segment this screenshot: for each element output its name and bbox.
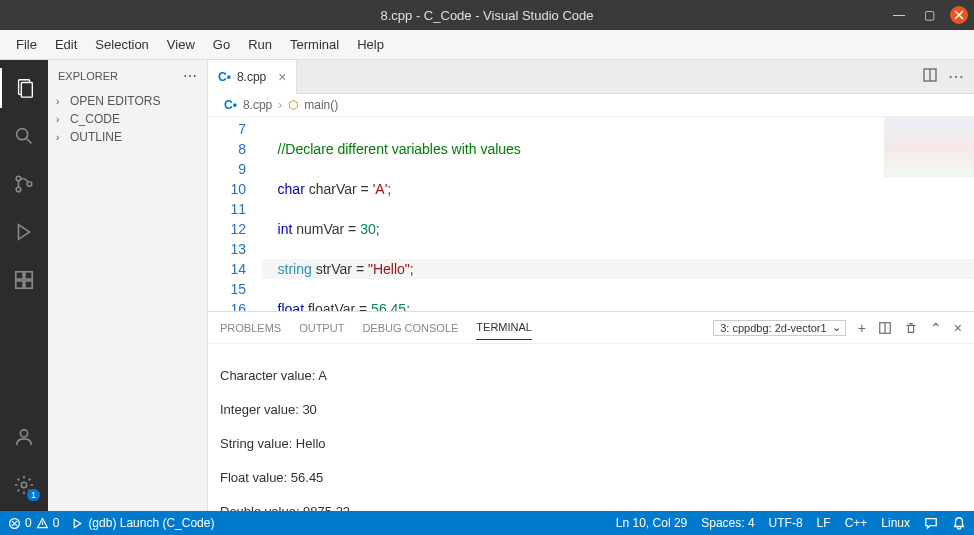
panel-tab-output[interactable]: OUTPUT xyxy=(299,316,344,340)
line-gutter: 7 8 9 10 11 12 13 14 15 16 xyxy=(208,117,262,311)
new-terminal-icon[interactable]: + xyxy=(858,320,866,336)
line-number: 16 xyxy=(208,299,246,311)
tree-open-editors[interactable]: ›OPEN EDITORS xyxy=(48,92,207,110)
terminal-line: String value: Hello xyxy=(220,435,962,452)
split-terminal-icon[interactable] xyxy=(878,321,892,335)
menubar: File Edit Selection View Go Run Terminal… xyxy=(0,30,974,60)
editor-area: C• 8.cpp × ⋯ C• 8.cpp › ⬡ main() 7 8 9 1… xyxy=(208,60,974,511)
menu-edit[interactable]: Edit xyxy=(47,33,85,56)
feedback-icon[interactable] xyxy=(924,516,938,530)
panel-actions: 3: cppdbg: 2d-vector1 + ⌃ × xyxy=(713,320,962,336)
editor-actions: ⋯ xyxy=(922,67,974,86)
status-lncol[interactable]: Ln 10, Col 29 xyxy=(616,516,687,530)
window-title: 8.cpp - C_Code - Visual Studio Code xyxy=(381,8,594,23)
line-number: 7 xyxy=(208,119,246,139)
svg-rect-8 xyxy=(25,272,32,279)
status-os[interactable]: Linux xyxy=(881,516,910,530)
sidebar-more-icon[interactable]: ⋯ xyxy=(183,68,197,84)
status-value: (gdb) Launch (C_Code) xyxy=(88,516,214,530)
svg-line-3 xyxy=(27,139,32,144)
terminal-select[interactable]: 3: cppdbg: 2d-vector1 xyxy=(713,320,845,336)
tab-close-icon[interactable]: × xyxy=(278,69,286,85)
menu-selection[interactable]: Selection xyxy=(87,33,156,56)
cpp-file-icon: C• xyxy=(224,98,237,112)
status-value: 0 xyxy=(53,516,60,530)
tab-active[interactable]: C• 8.cpp × xyxy=(208,60,297,94)
extensions-icon[interactable] xyxy=(0,260,48,300)
line-number: 13 xyxy=(208,239,246,259)
svg-point-4 xyxy=(16,176,21,181)
code-content[interactable]: //Declare different variables with value… xyxy=(262,117,974,311)
breadcrumb-symbol[interactable]: main() xyxy=(304,98,338,112)
terminal-output[interactable]: Character value: A Integer value: 30 Str… xyxy=(208,344,974,511)
activity-bar: 1 xyxy=(0,60,48,511)
kill-terminal-icon[interactable] xyxy=(904,321,918,335)
sidebar-title: EXPLORER xyxy=(58,70,118,82)
main-area: 1 EXPLORER ⋯ ›OPEN EDITORS ›C_CODE ›OUTL… xyxy=(0,60,974,511)
svg-rect-1 xyxy=(21,83,32,98)
settings-icon[interactable]: 1 xyxy=(0,465,48,505)
menu-help[interactable]: Help xyxy=(349,33,392,56)
tree-label: OPEN EDITORS xyxy=(70,94,160,108)
minimize-button[interactable]: — xyxy=(890,6,908,24)
status-spaces[interactable]: Spaces: 4 xyxy=(701,516,754,530)
breadcrumb-file[interactable]: 8.cpp xyxy=(243,98,272,112)
breadcrumb[interactable]: C• 8.cpp › ⬡ main() xyxy=(208,94,974,117)
terminal-line: Integer value: 30 xyxy=(220,401,962,418)
chevron-right-icon: › xyxy=(56,132,66,143)
menu-go[interactable]: Go xyxy=(205,33,238,56)
cpp-file-icon: C• xyxy=(218,70,231,84)
panel-tab-problems[interactable]: PROBLEMS xyxy=(220,316,281,340)
tab-label: 8.cpp xyxy=(237,70,266,84)
chevron-right-icon: › xyxy=(278,98,282,112)
chevron-right-icon: › xyxy=(56,96,66,107)
accounts-icon[interactable] xyxy=(0,417,48,457)
line-number: 9 xyxy=(208,159,246,179)
close-button[interactable] xyxy=(950,6,968,24)
titlebar: 8.cpp - C_Code - Visual Studio Code — ▢ xyxy=(0,0,974,30)
sidebar-header: EXPLORER ⋯ xyxy=(48,60,207,92)
svg-rect-7 xyxy=(16,272,23,279)
status-encoding[interactable]: UTF-8 xyxy=(769,516,803,530)
search-icon[interactable] xyxy=(0,116,48,156)
menu-view[interactable]: View xyxy=(159,33,203,56)
maximize-button[interactable]: ▢ xyxy=(920,6,938,24)
svg-point-6 xyxy=(27,182,32,187)
panel-tabs: PROBLEMS OUTPUT DEBUG CONSOLE TERMINAL 3… xyxy=(208,312,974,344)
window-controls: — ▢ xyxy=(890,6,968,24)
terminal-line: Double value: 9875.23 xyxy=(220,503,962,511)
menu-terminal[interactable]: Terminal xyxy=(282,33,347,56)
bell-icon[interactable] xyxy=(952,516,966,530)
editor-body[interactable]: 7 8 9 10 11 12 13 14 15 16 //Declare dif… xyxy=(208,117,974,311)
svg-point-12 xyxy=(21,482,27,488)
settings-badge: 1 xyxy=(27,489,40,501)
line-number: 11 xyxy=(208,199,246,219)
line-number: 15 xyxy=(208,279,246,299)
svg-rect-10 xyxy=(25,281,32,288)
status-value: 0 xyxy=(25,516,32,530)
menu-file[interactable]: File xyxy=(8,33,45,56)
status-errors[interactable]: 0 0 xyxy=(8,516,59,530)
panel-tab-debug-console[interactable]: DEBUG CONSOLE xyxy=(362,316,458,340)
status-eol[interactable]: LF xyxy=(817,516,831,530)
svg-point-5 xyxy=(16,187,21,192)
statusbar-right: Ln 10, Col 29 Spaces: 4 UTF-8 LF C++ Lin… xyxy=(616,516,966,530)
line-number: 8 xyxy=(208,139,246,159)
run-debug-icon[interactable] xyxy=(0,212,48,252)
minimap[interactable] xyxy=(884,117,974,177)
split-editor-icon[interactable] xyxy=(922,67,938,86)
more-actions-icon[interactable]: ⋯ xyxy=(948,67,964,86)
symbol-icon: ⬡ xyxy=(288,98,298,112)
source-control-icon[interactable] xyxy=(0,164,48,204)
tree-folder-root[interactable]: ›C_CODE xyxy=(48,110,207,128)
explorer-icon[interactable] xyxy=(0,68,48,108)
status-lang[interactable]: C++ xyxy=(845,516,868,530)
tree-outline[interactable]: ›OUTLINE xyxy=(48,128,207,146)
maximize-panel-icon[interactable]: ⌃ xyxy=(930,320,942,336)
panel-tab-terminal[interactable]: TERMINAL xyxy=(476,315,532,340)
menu-run[interactable]: Run xyxy=(240,33,280,56)
editor-tabs: C• 8.cpp × ⋯ xyxy=(208,60,974,94)
tree-label: C_CODE xyxy=(70,112,120,126)
close-panel-icon[interactable]: × xyxy=(954,320,962,336)
status-launch[interactable]: (gdb) Launch (C_Code) xyxy=(71,516,214,530)
